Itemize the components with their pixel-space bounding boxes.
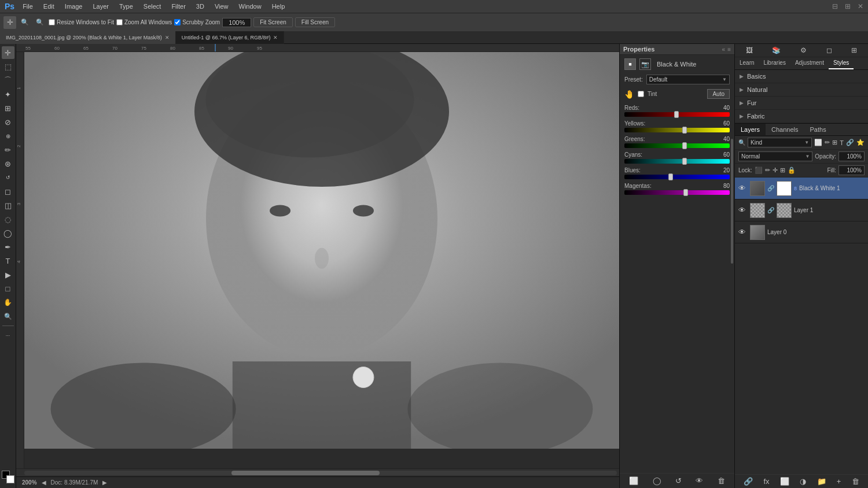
right-icon-1[interactable]: 🖼 xyxy=(746,46,753,54)
layer-kind-select[interactable]: Kind ▼ xyxy=(748,138,812,147)
resize-windows-label[interactable]: Resize Windows to Fit xyxy=(49,19,114,25)
magentas-track[interactable] xyxy=(624,190,730,195)
lock-artboard-icon[interactable]: ⊞ xyxy=(780,167,785,174)
layers-filter-3[interactable]: ⊞ xyxy=(832,139,837,146)
right-icon-5[interactable]: ⊞ xyxy=(851,46,857,54)
menu-window[interactable]: Window xyxy=(234,2,266,11)
menu-3d[interactable]: 3D xyxy=(192,2,209,11)
menu-image[interactable]: Image xyxy=(60,2,87,11)
tint-checkbox[interactable] xyxy=(638,91,644,97)
eraser-tool[interactable]: ◻ xyxy=(2,185,14,198)
layer-item-1[interactable]: 👁 🔗 Layer 1 xyxy=(735,199,868,221)
yellows-track[interactable] xyxy=(624,128,730,132)
layers-folder-icon[interactable]: 📁 xyxy=(817,477,826,486)
layers-tab[interactable]: Layers xyxy=(735,124,766,135)
reds-track[interactable] xyxy=(624,112,730,117)
magic-wand-tool[interactable]: ✦ xyxy=(2,88,14,101)
tab-1-close[interactable]: ✕ xyxy=(273,35,278,40)
blend-mode-select[interactable]: Normal ▼ xyxy=(738,151,812,161)
hand-icon[interactable]: 🤚 xyxy=(624,90,634,99)
auto-button[interactable]: Auto xyxy=(707,89,730,99)
dodge-tool[interactable]: ◯ xyxy=(2,227,14,239)
brush-tool[interactable]: ✏ xyxy=(2,143,14,156)
clone-stamp-tool[interactable]: ⊛ xyxy=(2,157,14,170)
layers-new-icon[interactable]: + xyxy=(837,477,841,486)
tab-0-close[interactable]: ✕ xyxy=(165,35,170,40)
paths-tab[interactable]: Paths xyxy=(804,124,832,135)
menu-edit[interactable]: Edit xyxy=(39,2,59,11)
layers-delete-icon[interactable]: 🗑 xyxy=(852,477,859,486)
layers-filter-2[interactable]: ✏ xyxy=(825,139,830,146)
shape-tool[interactable]: □ xyxy=(2,282,14,295)
layers-adjustment-icon[interactable]: ◑ xyxy=(800,477,806,486)
gradient-tool[interactable]: ◫ xyxy=(2,199,14,212)
tab-libraries[interactable]: Libraries xyxy=(759,57,790,69)
lock-transparent-icon[interactable]: ⬛ xyxy=(755,167,763,174)
scrubby-zoom-label[interactable]: Scrubby Zoom xyxy=(174,19,220,25)
channels-tab[interactable]: Channels xyxy=(766,124,804,135)
layers-filter-4[interactable]: T xyxy=(840,139,844,146)
path-selection-tool[interactable]: ▶ xyxy=(2,268,14,281)
menu-help[interactable]: Help xyxy=(267,2,290,11)
h-scroll-thumb[interactable] xyxy=(231,471,380,475)
fill-input[interactable] xyxy=(838,165,865,175)
pen-tool[interactable]: ✒ xyxy=(2,241,14,253)
tab-1[interactable]: Untitled-1 @ 66.7% (Layer 6, RGB/8#) ✕ xyxy=(176,31,285,44)
extra-tools[interactable]: ··· xyxy=(2,329,14,342)
preset-select[interactable]: Default ▼ xyxy=(646,75,730,84)
zoom-in-icon[interactable]: 🔍 xyxy=(19,16,31,29)
props-apply-icon[interactable]: ↺ xyxy=(675,476,682,485)
greens-thumb[interactable] xyxy=(682,142,687,149)
menu-view[interactable]: View xyxy=(210,2,233,11)
type-tool[interactable]: T xyxy=(2,254,14,267)
menu-select[interactable]: Select xyxy=(139,2,166,11)
props-layer-mask-icon[interactable]: ⬜ xyxy=(629,476,638,485)
tab-adjustment[interactable]: Adjustment xyxy=(790,57,829,69)
style-section-fabric[interactable]: ▶ Fabric xyxy=(735,110,868,123)
menu-filter[interactable]: Filter xyxy=(167,2,190,11)
props-expand-icon[interactable]: « xyxy=(722,46,726,53)
fit-screen-button[interactable]: Fit Screen xyxy=(253,17,293,27)
style-section-fur[interactable]: ▶ Fur xyxy=(735,97,868,110)
yellows-thumb[interactable] xyxy=(682,127,687,134)
blur-tool[interactable]: ◌ xyxy=(2,213,14,225)
blues-thumb[interactable] xyxy=(668,173,673,180)
menu-file[interactable]: File xyxy=(18,2,38,11)
zoom-input[interactable] xyxy=(222,18,251,27)
status-arrow-right[interactable]: ▶ xyxy=(102,479,107,486)
selection-tool[interactable]: ⬚ xyxy=(2,60,14,73)
bw-mode-camera-icon[interactable]: 📷 xyxy=(639,58,651,70)
layer-eye-bw1[interactable]: 👁 xyxy=(738,184,748,193)
blues-track[interactable] xyxy=(624,175,730,179)
cyans-thumb[interactable] xyxy=(682,158,687,165)
props-menu-icon[interactable]: ≡ xyxy=(727,46,731,53)
cyans-track[interactable] xyxy=(624,159,730,164)
zoom-tool-left[interactable]: 🔍 xyxy=(2,310,14,323)
hand-tool[interactable]: ✋ xyxy=(2,296,14,309)
layers-filter-1[interactable]: ⬜ xyxy=(814,139,822,146)
style-section-basics[interactable]: ▶ Basics xyxy=(735,70,868,83)
zoom-out-icon[interactable]: 🔍 xyxy=(34,16,46,29)
layer-eye-1[interactable]: 👁 xyxy=(738,206,748,215)
layers-mask-icon[interactable]: ⬜ xyxy=(780,477,789,486)
greens-track[interactable] xyxy=(624,143,730,148)
right-icon-2[interactable]: 📚 xyxy=(772,46,781,54)
right-icon-4[interactable]: ◻ xyxy=(826,46,832,54)
layers-link-icon[interactable]: 🔗 xyxy=(744,477,753,486)
healing-brush-tool[interactable]: ⊕ xyxy=(2,130,14,142)
props-vector-mask-icon[interactable]: ◯ xyxy=(653,476,661,485)
crop-tool[interactable]: ⊞ xyxy=(2,102,14,114)
props-trash-icon[interactable]: 🗑 xyxy=(718,476,725,485)
canvas-area[interactable] xyxy=(24,52,619,449)
lock-image-icon[interactable]: ✏ xyxy=(765,167,770,174)
lock-position-icon[interactable]: ✛ xyxy=(773,167,778,174)
lock-all-icon[interactable]: 🔒 xyxy=(788,167,796,174)
menu-type[interactable]: Type xyxy=(115,2,138,11)
bw-mode-normal-icon[interactable]: ■ xyxy=(624,58,636,70)
magentas-thumb[interactable] xyxy=(683,189,688,196)
reds-thumb[interactable] xyxy=(674,111,679,118)
layers-filter-6[interactable]: ⭐ xyxy=(856,139,865,146)
foreground-background-color[interactable] xyxy=(2,471,14,483)
props-eye-icon[interactable]: 👁 xyxy=(696,476,703,485)
layer-item-0[interactable]: 👁 Layer 0 xyxy=(735,221,868,243)
